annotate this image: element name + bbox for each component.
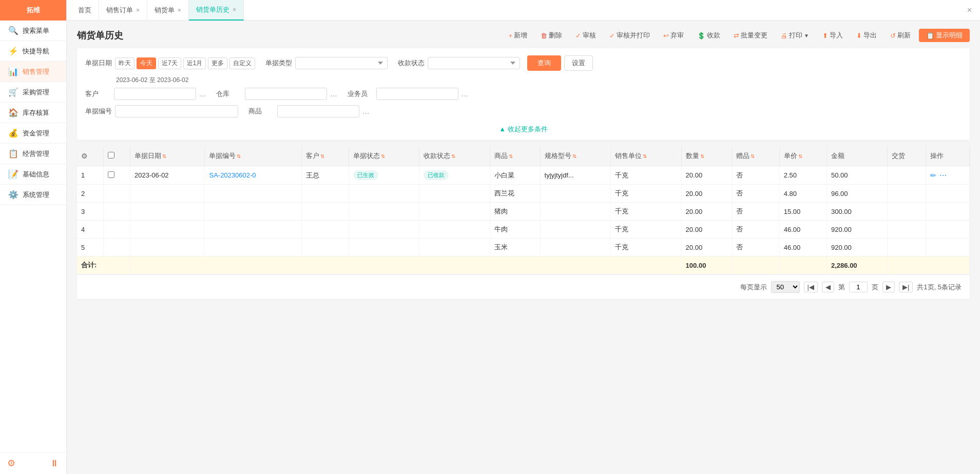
import-button[interactable]: ⬆ 导入 (817, 29, 848, 42)
salesperson-input[interactable] (376, 88, 458, 100)
query-button[interactable]: 查询 (527, 55, 561, 71)
goods-dots[interactable]: ... (362, 107, 369, 116)
doc-no-input[interactable] (115, 105, 238, 117)
col-gift[interactable]: 赠品⇅ (732, 146, 779, 166)
sidebar-item-finance-mgmt[interactable]: 💰 资金管理 (0, 123, 66, 144)
sort-icon-gift: ⇅ (751, 153, 755, 159)
sidebar-item-sys-mgmt[interactable]: ⚙️ 系统管理 (0, 185, 66, 205)
new-button[interactable]: + 新增 (504, 29, 533, 42)
col-goods[interactable]: 商品⇅ (490, 146, 541, 166)
cell-spec-type (540, 203, 611, 221)
customer-dots[interactable]: ... (199, 89, 206, 98)
delete-button[interactable]: 🗑 删除 (535, 29, 567, 42)
col-doc-status[interactable]: 单据状态⇅ (349, 146, 419, 166)
col-doc-date[interactable]: 单据日期⇅ (130, 146, 205, 166)
settings-button[interactable]: 设置 (564, 55, 593, 71)
filter-row-3: 单据编号 商品 ... (85, 105, 962, 117)
col-unit-price[interactable]: 单价⇅ (779, 146, 827, 166)
more-action-icon[interactable]: ⋯ (939, 171, 947, 180)
col-settings[interactable]: ⚙ (77, 146, 103, 166)
next-page-btn[interactable]: ▶ (882, 282, 895, 292)
cell-customer (301, 221, 349, 239)
table-row: 2 西兰花 千克 20.00 否 4.80 96.00 (77, 185, 970, 203)
col-customer[interactable]: 客户⇅ (301, 146, 349, 166)
col-quantity[interactable]: 数量⇅ (681, 146, 732, 166)
sidebar-item-quick-nav[interactable]: ⚡ 快捷导航 (0, 41, 66, 62)
collect-icon: 💲 (697, 32, 705, 40)
sidebar-item-basic-info[interactable]: 📝 基础信息 (0, 164, 66, 185)
audit-button[interactable]: ✓ 审核 (570, 29, 601, 42)
show-detail-button[interactable]: 📋 显示明细 (919, 29, 970, 42)
tab-close-all-button[interactable]: × (963, 6, 976, 15)
col-doc-no[interactable]: 单据编号⇅ (205, 146, 301, 166)
sidebar-item-purchase-mgmt[interactable]: 🛒 采购管理 (0, 82, 66, 103)
page-size-select[interactable]: 50 100 200 (771, 281, 800, 293)
cell-unit-price: 46.00 (779, 239, 827, 256)
date-btn-today[interactable]: 今天 (137, 57, 156, 69)
row-checkbox[interactable] (108, 171, 114, 178)
sort-icon-sales-unit: ⇅ (643, 153, 647, 159)
tab-home[interactable]: 首页 (71, 0, 99, 21)
warehouse-dots[interactable]: ... (330, 89, 337, 98)
print-button[interactable]: 🖨 打印 ▼ (776, 29, 814, 42)
edit-action-icon[interactable]: ✏ (930, 171, 936, 180)
sidebar-settings-icon[interactable]: ⚙ (7, 458, 15, 469)
date-btn-more[interactable]: 更多 (208, 57, 227, 69)
abandon-label: 弃审 (670, 31, 684, 40)
collapse-row[interactable]: ▲ 收起更多条件 (85, 123, 962, 136)
first-page-btn[interactable]: |◀ (804, 282, 818, 292)
goods-input[interactable] (277, 105, 359, 117)
cell-quantity: 20.00 (681, 239, 732, 256)
tab-close-sales-order[interactable]: × (136, 7, 140, 14)
tab-sales-goods[interactable]: 销货单 × (147, 0, 189, 21)
batch-change-button[interactable]: ⇄ 批量变更 (728, 29, 773, 42)
export-button[interactable]: ⬇ 导出 (851, 29, 882, 42)
collect-button[interactable]: 💲 收款 (692, 29, 725, 42)
import-icon: ⬆ (822, 32, 828, 40)
warehouse-input[interactable] (245, 88, 327, 100)
customer-input[interactable] (114, 88, 196, 100)
collect-status-select[interactable] (428, 57, 520, 69)
abandon-button[interactable]: ↩ 弃审 (658, 29, 689, 42)
col-spec-type[interactable]: 规格型号⇅ (540, 146, 611, 166)
page-num-input[interactable] (849, 282, 868, 292)
total-info: 共1页, 5条记录 (917, 283, 962, 292)
salesperson-dots[interactable]: ... (462, 89, 468, 98)
doc-no-link[interactable]: SA-20230602-0 (209, 171, 256, 179)
doc-type-select[interactable] (295, 57, 388, 69)
tab-sales-order[interactable]: 销售订单 × (99, 0, 147, 21)
col-collect-status[interactable]: 收款状态⇅ (419, 146, 490, 166)
sidebar-item-inventory[interactable]: 🏠 库存核算 (0, 103, 66, 123)
tab-close-sales-history[interactable]: × (233, 6, 236, 13)
sidebar-item-sales-mgmt[interactable]: 📊 销售管理 (0, 62, 66, 82)
cell-doc-no (205, 221, 301, 239)
sidebar-item-ops-mgmt[interactable]: 📋 经营管理 (0, 144, 66, 164)
audit-print-button[interactable]: ✓ 审核并打印 (604, 29, 655, 42)
tab-close-sales-goods[interactable]: × (178, 7, 181, 14)
sidebar-item-label: 销售管理 (23, 67, 49, 76)
select-all-checkbox[interactable] (108, 152, 114, 159)
page-title: 销货单历史 (77, 29, 123, 42)
cell-transaction (887, 239, 926, 256)
date-btn-custom[interactable]: 自定义 (229, 57, 255, 69)
cell-amount: 96.00 (827, 185, 888, 203)
tab-sales-history[interactable]: 销货单历史 × (189, 0, 244, 21)
sidebar-item-search-menu[interactable]: 🔍 搜索菜单 (0, 21, 66, 41)
table-header-row: ⚙ 单据日期⇅ 单据编号⇅ 客户⇅ 单据状态⇅ 收款状态⇅ 商品⇅ 规格型号⇅ … (77, 146, 970, 166)
cell-quantity: 20.00 (681, 166, 732, 185)
import-label: 导入 (830, 31, 843, 40)
customer-label: 客户 (85, 89, 111, 98)
sidebar-collapse-icon[interactable]: ⏸ (50, 458, 59, 469)
prev-page-btn[interactable]: ◀ (822, 282, 834, 292)
last-page-btn[interactable]: ▶| (899, 282, 913, 292)
table-settings-gear[interactable]: ⚙ (81, 152, 88, 160)
col-sales-unit[interactable]: 销售单位⇅ (611, 146, 682, 166)
date-btn-7days[interactable]: 近7天 (158, 57, 181, 69)
cell-collect-status (419, 203, 490, 221)
refresh-button[interactable]: ↺ 刷新 (885, 29, 916, 42)
filter-row-2: 客户 ... 仓库 ... 业务员 ... (85, 88, 962, 100)
date-btn-yesterday[interactable]: 昨天 (115, 57, 134, 69)
date-btn-1month[interactable]: 近1月 (183, 57, 206, 69)
goods-label: 商品 (248, 107, 274, 116)
sidebar-item-label: 库存核算 (23, 108, 49, 117)
